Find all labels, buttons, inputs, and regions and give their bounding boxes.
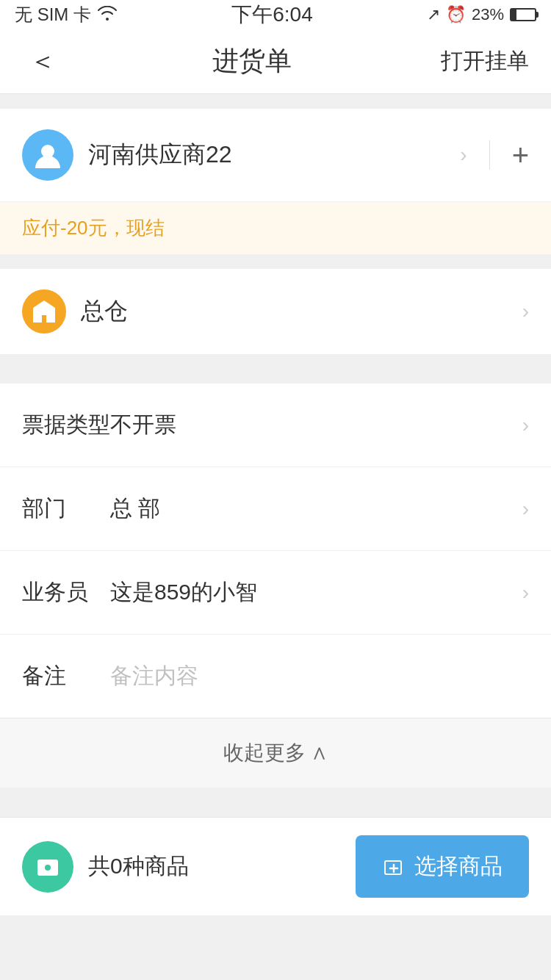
status-bar: 无 SIM 卡 下午6:04 ↗ ⏰ 23% — [0, 0, 551, 29]
divider-3 — [0, 354, 551, 369]
invoice-type-value: 不开票 — [110, 410, 522, 440]
select-product-button[interactable]: 选择商品 — [356, 835, 529, 898]
battery-percent: 23% — [472, 5, 504, 24]
supplier-row[interactable]: 河南供应商22 › + — [0, 109, 551, 202]
status-time: 下午6:04 — [231, 1, 313, 29]
page-title: 进货单 — [212, 43, 292, 79]
divider-4 — [0, 788, 551, 802]
invoice-type-chevron-icon: › — [522, 414, 529, 437]
status-left: 无 SIM 卡 — [15, 3, 118, 26]
bottom-bar: 共0种商品 选择商品 — [0, 817, 551, 915]
divider-top — [0, 94, 551, 109]
remark-row[interactable]: 备注 备注内容 — [0, 635, 551, 718]
salesperson-row[interactable]: 业务员 这是859的小智 › — [0, 551, 551, 635]
invoice-type-label: 票据类型 — [22, 410, 110, 440]
warehouse-section: 总仓 › — [0, 269, 551, 354]
open-pending-button[interactable]: 打开挂单 — [441, 46, 529, 76]
page-background — [0, 915, 551, 980]
carrier-text: 无 SIM 卡 — [15, 3, 91, 26]
supplier-avatar — [22, 129, 73, 181]
salesperson-label: 业务员 — [22, 577, 110, 608]
warehouse-icon — [22, 289, 66, 334]
back-button[interactable]: ＜ — [22, 36, 63, 87]
department-row[interactable]: 部门 总 部 › — [0, 467, 551, 551]
product-count: 共0种商品 — [88, 851, 356, 882]
wifi-icon — [97, 4, 118, 25]
supplier-row-right: › + — [460, 139, 529, 172]
department-label: 部门 — [22, 494, 110, 524]
form-section: 票据类型 不开票 › 部门 总 部 › 业务员 这是859的小智 › 备注 备注… — [0, 383, 551, 718]
supplier-name: 河南供应商22 — [88, 139, 460, 171]
status-right: ↗ ⏰ 23% — [427, 5, 536, 24]
supplier-section: 河南供应商22 › + 应付-20元，现结 — [0, 109, 551, 254]
supplier-chevron-icon: › — [460, 143, 467, 167]
select-product-label: 选择商品 — [414, 851, 503, 882]
department-chevron-icon: › — [522, 497, 529, 521]
divider-2 — [0, 254, 551, 269]
warehouse-chevron-icon: › — [522, 300, 529, 323]
svg-point-2 — [45, 865, 51, 871]
salesperson-value: 这是859的小智 — [110, 577, 522, 608]
alarm-icon: ⏰ — [446, 5, 466, 24]
add-supplier-icon[interactable]: + — [512, 139, 529, 172]
vertical-divider — [489, 140, 490, 170]
nav-bar: ＜ 进货单 打开挂单 — [0, 29, 551, 94]
battery-icon — [510, 8, 536, 21]
remark-label: 备注 — [22, 661, 110, 691]
salesperson-chevron-icon: › — [522, 581, 529, 605]
invoice-type-row[interactable]: 票据类型 不开票 › — [0, 383, 551, 467]
warehouse-name: 总仓 — [81, 295, 522, 328]
location-icon: ↗ — [427, 5, 440, 24]
remark-input[interactable]: 备注内容 — [110, 661, 529, 691]
warehouse-row[interactable]: 总仓 › — [0, 269, 551, 354]
alert-banner: 应付-20元，现结 — [0, 202, 551, 254]
product-icon — [22, 841, 73, 893]
department-value: 总 部 — [110, 494, 522, 524]
collapse-button[interactable]: 收起更多 ∧ — [0, 718, 551, 788]
